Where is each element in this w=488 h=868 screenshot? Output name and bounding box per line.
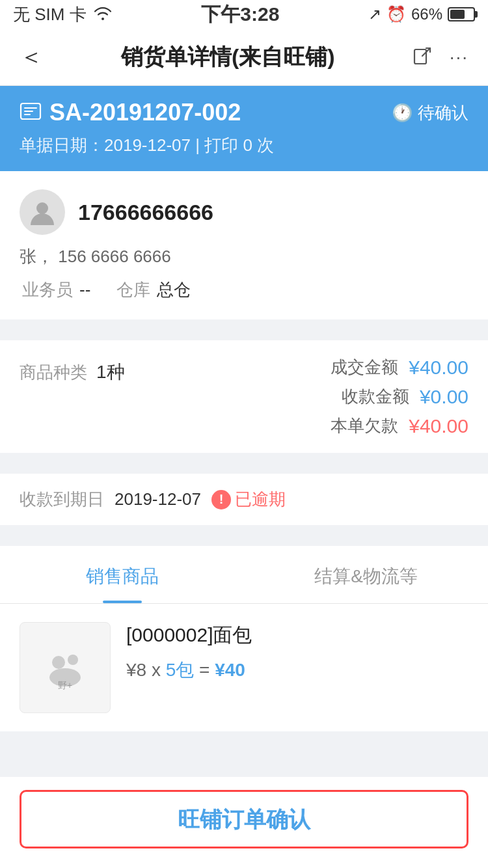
warehouse-item: 仓库 总仓 [116, 278, 191, 301]
svg-rect-0 [414, 49, 426, 64]
amount-stats: 成交金额 ¥40.00 收款金额 ¥0.00 本单欠款 ¥40.00 [331, 356, 468, 437]
order-id-row: SA-20191207-002 🕐 待确认 [20, 99, 468, 126]
order-icon [20, 99, 42, 126]
customer-phone: 17666666666 [78, 200, 213, 225]
order-meta: 单据日期：2019-12-07 | 打印 0 次 [20, 134, 468, 157]
product-type-value: 1种 [96, 360, 125, 385]
product-item: 野+ [0000002]面包 ¥8 x 5包 = ¥40 [0, 604, 488, 731]
product-thumbnail: 野+ [20, 622, 111, 713]
product-qty: 5包 [166, 660, 195, 680]
customer-name-block: 17666666666 [78, 200, 213, 225]
svg-text:野+: 野+ [58, 680, 72, 690]
confirm-order-button[interactable]: 旺铺订单确认 [20, 790, 468, 848]
customer-main-row: 17666666666 [20, 189, 468, 235]
deal-amount-label: 成交金额 [331, 356, 398, 379]
owed-amount-value: ¥40.00 [409, 415, 468, 437]
overdue-text: 已逾期 [235, 488, 286, 511]
status-bar: 无 SIM 卡 下午3:28 ↗ ⏰ 66% [0, 0, 488, 29]
carrier-text: 无 SIM 卡 [13, 3, 87, 26]
svg-point-3 [52, 656, 65, 669]
customer-alt-phone: 156 6666 6666 [58, 247, 171, 266]
status-time: 下午3:28 [201, 1, 279, 28]
customer-section: 17666666666 张， 156 6666 6666 业务员 -- 仓库 总… [0, 171, 488, 319]
product-price-row: ¥8 x 5包 = ¥40 [126, 658, 468, 683]
received-amount-row: 收款金额 ¥0.00 [342, 385, 468, 408]
due-date-label: 收款到期日 [20, 488, 104, 511]
salesperson-label: 业务员 [22, 278, 73, 301]
svg-point-4 [68, 655, 78, 665]
nav-actions: ··· [413, 44, 468, 70]
salesperson-item: 业务员 -- [22, 278, 90, 301]
owed-amount-row: 本单欠款 ¥40.00 [331, 414, 468, 437]
more-icon[interactable]: ··· [450, 47, 468, 68]
svg-point-2 [36, 202, 48, 214]
order-id: SA-20191207-002 [20, 99, 241, 126]
page-title: 销货单详情(来自旺铺) [121, 42, 335, 72]
order-separator: | [195, 135, 204, 155]
received-amount-label: 收款金额 [342, 385, 409, 408]
status-left: 无 SIM 卡 [13, 3, 113, 26]
nav-bar: ＜ 销货单详情(来自旺铺) ··· [0, 29, 488, 86]
gap3 [0, 536, 488, 546]
owed-amount-label: 本单欠款 [331, 414, 398, 437]
customer-info-row: 业务员 -- 仓库 总仓 [20, 278, 468, 301]
product-total: ¥40 [215, 660, 245, 680]
customer-card: 17666666666 张， 156 6666 6666 业务员 -- 仓库 总… [0, 171, 488, 319]
order-status: 🕐 待确认 [392, 102, 468, 124]
product-price: ¥8 x [126, 660, 161, 680]
tabs-row: 销售商品 结算&物流等 [0, 546, 488, 604]
order-header: SA-20191207-002 🕐 待确认 单据日期：2019-12-07 | … [0, 86, 488, 171]
tab-sales-products[interactable]: 销售商品 [0, 546, 244, 603]
order-print: 打印 0 次 [204, 135, 274, 155]
location-icon: ↗ [368, 5, 381, 23]
status-right: ↗ ⏰ 66% [368, 5, 475, 23]
product-equals: = [199, 660, 215, 680]
avatar [20, 189, 65, 235]
product-type-block: 商品种类 1种 [20, 356, 125, 385]
status-clock-icon: 🕐 [392, 103, 413, 123]
gap2 [0, 463, 488, 474]
battery-fill [450, 10, 465, 19]
due-date-section: 收款到期日 2019-12-07 ! 已逾期 [0, 474, 488, 525]
product-info: [0000002]面包 ¥8 x 5包 = ¥40 [126, 622, 468, 683]
tabs-section: 销售商品 结算&物流等 野+ [0000002]面包 ¥8 x 5包 = ¥40 [0, 546, 488, 731]
stats-section: 商品种类 1种 成交金额 ¥40.00 收款金额 ¥0.00 本单欠款 ¥40.… [0, 340, 488, 453]
back-button[interactable]: ＜ [20, 41, 43, 73]
status-text: 待确认 [418, 102, 468, 124]
battery-bar [448, 7, 475, 21]
customer-detail: 张， 156 6666 6666 [20, 245, 468, 268]
tab-settlement[interactable]: 结算&物流等 [244, 546, 488, 603]
bottom-bar: 旺铺订单确认 [0, 777, 488, 868]
warehouse-label: 仓库 [116, 278, 150, 301]
deal-amount-row: 成交金额 ¥40.00 [331, 356, 468, 379]
product-name: [0000002]面包 [126, 622, 468, 649]
wifi-icon [93, 5, 113, 25]
gap1 [0, 330, 488, 340]
order-date: 单据日期：2019-12-07 [20, 135, 191, 155]
alarm-icon: ⏰ [386, 5, 406, 23]
deal-amount-value: ¥40.00 [409, 357, 468, 379]
stats-card: 商品种类 1种 成交金额 ¥40.00 收款金额 ¥0.00 本单欠款 ¥40.… [0, 340, 488, 453]
received-amount-value: ¥0.00 [420, 386, 468, 408]
product-type-label: 商品种类 [20, 361, 87, 384]
due-date-value: 2019-12-07 [115, 489, 201, 509]
overdue-icon: ! [211, 490, 231, 509]
share-icon[interactable] [413, 44, 434, 70]
overdue-badge: ! 已逾期 [211, 488, 286, 511]
battery-percent: 66% [411, 5, 442, 23]
salesperson-value: -- [79, 280, 90, 300]
customer-name-text: 张 [20, 247, 36, 266]
warehouse-value: 总仓 [157, 278, 191, 301]
